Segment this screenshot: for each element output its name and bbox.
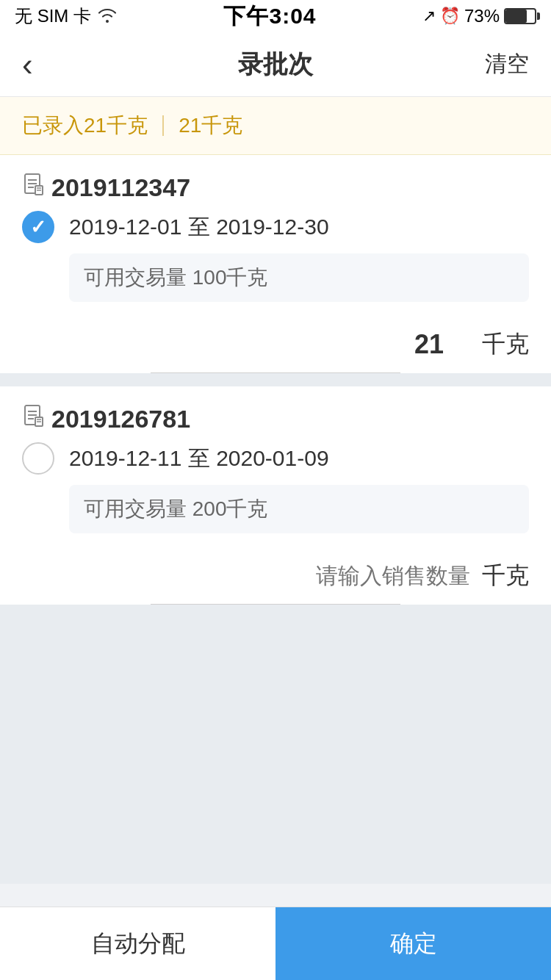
batch-2-radio[interactable] [22,442,54,475]
batch-2-header: 2019126781 [22,404,529,433]
gray-area [0,605,551,884]
no-sim-text: 无 SIM 卡 [15,4,91,28]
batch-1-unit: 千克 [482,328,529,361]
page-title: 录批次 [238,48,313,82]
battery-icon [504,8,536,24]
batch-2-amount-input[interactable] [22,563,470,588]
batch-2-id: 2019126781 [51,405,190,433]
auto-distribute-button[interactable]: 自动分配 [0,907,276,980]
status-bar: 无 SIM 卡 下午3:04 ↗ ⏰ 73% [0,0,551,32]
info-divider [162,115,164,136]
batch-2-unit: 千克 [482,560,529,592]
total-label: 21千克 [179,112,242,140]
battery-percent: 73% [464,6,500,26]
batch-2-availability: 可用交易量 200千克 [69,485,529,533]
batch-2-underline [151,604,400,605]
info-banner: 已录入21千克 21千克 [0,97,551,155]
location-icon: ↗ [422,7,436,26]
recorded-label: 已录入21千克 [22,112,148,140]
status-time: 下午3:04 [223,1,316,32]
batch-2-date: 2019-12-11 至 2020-01-09 [69,444,329,474]
alarm-icon: ⏰ [440,7,460,26]
batch-1-icon [22,173,46,202]
batch-1-date: 2019-12-01 至 2019-12-30 [69,212,329,242]
status-right: ↗ ⏰ 73% [422,6,536,26]
batch-1-amount: 21 [414,329,444,360]
clear-button[interactable]: 清空 [485,49,529,79]
batch-1-date-row: 2019-12-01 至 2019-12-30 [22,211,529,243]
batch-2-card: 2019126781 2019-12-11 至 2020-01-09 可用交易量… [0,386,551,548]
batch-1-underline [151,372,400,373]
nav-bar: ‹ 录批次 清空 [0,32,551,97]
batch-1-amount-row: 21 千克 [0,317,551,372]
section-divider-1 [0,373,551,386]
batch-2-input-row: 千克 [0,548,551,604]
bottom-bar: 自动分配 确定 [0,907,551,980]
batch-2-date-row: 2019-12-11 至 2020-01-09 [22,442,529,475]
batch-1-header: 2019112347 [22,173,529,202]
batch-1-availability: 可用交易量 100千克 [69,253,529,302]
status-left: 无 SIM 卡 [15,4,118,28]
batch-1-radio[interactable] [22,211,54,243]
batch-1-card: 2019112347 2019-12-01 至 2019-12-30 可用交易量… [0,155,551,317]
batch-2-icon [22,404,46,433]
back-button[interactable]: ‹ [22,46,66,83]
wifi-icon [97,5,118,28]
batch-1-id: 2019112347 [51,173,190,202]
confirm-button[interactable]: 确定 [276,907,551,980]
